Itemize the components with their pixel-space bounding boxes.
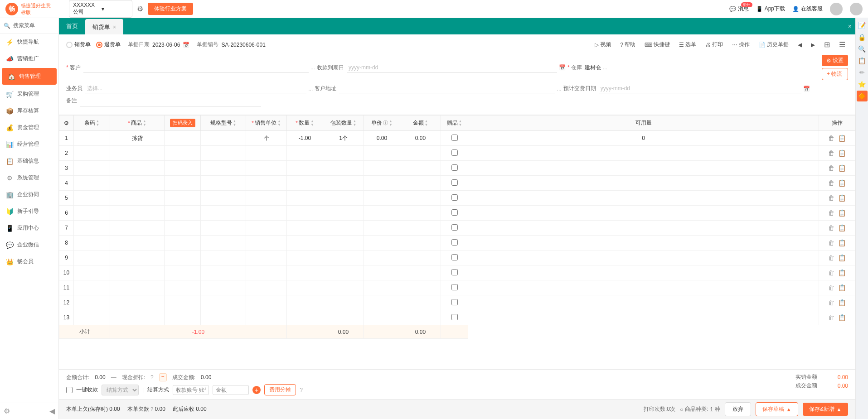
row-qty[interactable] <box>287 295 323 310</box>
row-product[interactable] <box>110 191 165 206</box>
row-unit[interactable] <box>246 221 287 236</box>
sidebar-item-finance[interactable]: 💰 资金管理 <box>0 119 58 136</box>
row-qty[interactable] <box>287 221 323 236</box>
row-pkg-qty[interactable]: 1个 <box>323 131 364 146</box>
sidebar-item-quick-nav[interactable]: ⚡ 快捷导航 <box>0 34 58 50</box>
row-spec[interactable] <box>201 131 246 146</box>
sidebar-item-sales[interactable]: 🏠 销售管理 <box>2 68 57 85</box>
row-spec[interactable] <box>201 221 246 236</box>
row-product[interactable] <box>110 206 165 221</box>
gift-checkbox[interactable] <box>451 284 458 290</box>
shortcut-btn[interactable]: ⌨ 快捷键 <box>642 39 673 50</box>
row-price[interactable] <box>364 236 400 250</box>
row-product[interactable] <box>110 176 165 191</box>
logistics-button[interactable]: + 物流 <box>822 68 848 80</box>
gift-checkbox[interactable] <box>451 269 458 275</box>
row-qty[interactable] <box>287 250 323 265</box>
row-barcode[interactable] <box>74 191 110 206</box>
layout2-btn[interactable]: ☰ <box>836 39 848 50</box>
row-pkg-qty[interactable] <box>323 310 364 325</box>
row-gift[interactable] <box>441 176 468 191</box>
row-barcode[interactable] <box>74 206 110 221</box>
gift-checkbox[interactable] <box>451 314 458 320</box>
row-unit[interactable] <box>246 146 287 161</box>
row-qty[interactable]: -1.00 <box>287 131 323 146</box>
row-price[interactable] <box>364 265 400 280</box>
row-product[interactable]: 拣货 <box>110 131 165 146</box>
settings-button[interactable]: ⚙ 设置 <box>822 55 848 66</box>
row-amount[interactable] <box>400 161 441 176</box>
sidebar-item-system[interactable]: ⚙ 系统管理 <box>0 169 58 186</box>
customer-input[interactable] <box>83 63 309 72</box>
sidebar-settings-icon[interactable]: ⚙ <box>4 407 10 415</box>
row-unit[interactable] <box>246 236 287 250</box>
row-amount[interactable] <box>400 265 441 280</box>
copy-row-button[interactable]: 📋 <box>837 313 847 322</box>
avatar2[interactable] <box>850 3 863 15</box>
right-panel-search-icon[interactable]: 🔍 <box>857 43 868 54</box>
copy-row-button[interactable]: 📋 <box>837 134 847 143</box>
payment-calendar-icon[interactable]: 📅 <box>557 64 567 71</box>
discard-button[interactable]: 放弃 <box>725 402 751 416</box>
row-gift[interactable] <box>441 236 468 250</box>
delete-row-button[interactable]: 🗑 <box>827 193 835 202</box>
copy-row-button[interactable]: 📋 <box>837 268 847 277</box>
row-pkg-qty[interactable] <box>323 236 364 250</box>
app-download-button[interactable]: 📱 App下载 <box>756 5 785 13</box>
row-price[interactable] <box>364 176 400 191</box>
next-btn[interactable]: ▶ <box>808 40 818 49</box>
gift-checkbox[interactable] <box>451 135 458 141</box>
help-question-icon[interactable]: ? <box>300 387 303 393</box>
right-panel-list-icon[interactable]: 📋 <box>857 55 868 66</box>
row-gift[interactable] <box>441 191 468 206</box>
save-draft-button[interactable]: 保存草稿 ▲ <box>756 402 798 416</box>
row-gift[interactable] <box>441 146 468 161</box>
right-panel-lock-icon[interactable]: 🔒 <box>857 32 868 43</box>
gift-checkbox[interactable] <box>451 254 458 260</box>
row-gift[interactable] <box>441 265 468 280</box>
row-spec[interactable] <box>201 236 246 250</box>
row-product[interactable] <box>110 221 165 236</box>
gift-checkbox[interactable] <box>451 164 458 171</box>
delete-row-button[interactable]: 🗑 <box>827 298 835 307</box>
row-spec[interactable] <box>201 295 246 310</box>
row-price[interactable] <box>364 221 400 236</box>
row-unit[interactable] <box>246 191 287 206</box>
row-pkg-qty[interactable] <box>323 265 364 280</box>
row-unit[interactable] <box>246 250 287 265</box>
discount-help-icon[interactable]: ? <box>150 374 154 380</box>
row-product[interactable] <box>110 146 165 161</box>
row-unit[interactable] <box>246 265 287 280</box>
row-qty[interactable] <box>287 280 323 295</box>
row-amount[interactable] <box>400 280 441 295</box>
row-barcode[interactable] <box>74 176 110 191</box>
row-pkg-qty[interactable] <box>323 295 364 310</box>
row-amount[interactable] <box>400 295 441 310</box>
sidebar-item-basic[interactable]: 📋 基础信息 <box>0 153 58 169</box>
copy-row-button[interactable]: 📋 <box>837 283 847 292</box>
close-all-icon[interactable]: × <box>848 23 855 30</box>
row-barcode[interactable] <box>74 310 110 325</box>
sidebar-item-guide[interactable]: 🔰 新手引导 <box>0 203 58 220</box>
row-product[interactable] <box>110 250 165 265</box>
row-amount[interactable]: 0.00 <box>400 131 441 146</box>
prev-btn[interactable]: ◀ <box>795 40 805 49</box>
row-gift[interactable] <box>441 206 468 221</box>
row-amount[interactable] <box>400 191 441 206</box>
row-barcode[interactable] <box>74 221 110 236</box>
row-product[interactable] <box>110 265 165 280</box>
copy-row-button[interactable]: 📋 <box>837 208 847 217</box>
row-pkg-qty[interactable] <box>323 146 364 161</box>
address-input[interactable] <box>339 84 555 93</box>
row-spec[interactable] <box>201 310 246 325</box>
row-product[interactable] <box>110 236 165 250</box>
row-amount[interactable] <box>400 176 441 191</box>
delete-row-button[interactable]: 🗑 <box>827 238 835 247</box>
row-spec[interactable] <box>201 191 246 206</box>
sidebar-item-purchase[interactable]: 🛒 采购管理 <box>0 86 58 102</box>
row-amount[interactable] <box>400 250 441 265</box>
avatar[interactable] <box>830 3 843 15</box>
tab-close-icon[interactable]: × <box>113 24 116 30</box>
delivery-date-input[interactable] <box>599 84 801 93</box>
row-barcode[interactable] <box>74 131 110 146</box>
